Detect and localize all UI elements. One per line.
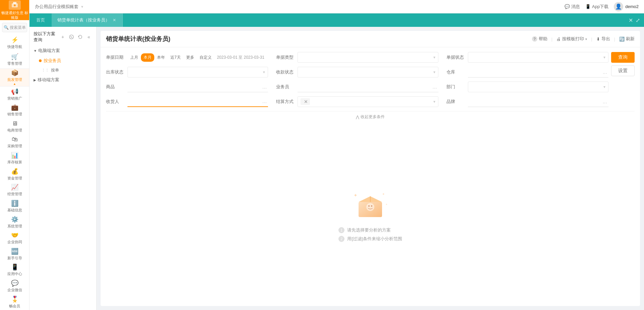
date-btn-this-year[interactable]: 本年 [154,53,168,62]
nav-wechat[interactable]: 💬 企业微信 [0,278,29,294]
edit-scheme-btn[interactable]: ✎ [68,34,75,40]
system-icon: ⚙️ [11,216,18,223]
search-menu-button[interactable]: 🔍 搜索菜单 [2,23,27,32]
add-scheme-btn[interactable]: + [59,34,66,40]
settlement-select[interactable]: ✕ ▾ [298,96,438,107]
app-download-action[interactable]: 📱 App下载 [585,4,608,10]
warehouse-input[interactable]: ... [468,67,608,78]
svg-point-8 [366,203,374,211]
panel-title: 按以下方案查询 [34,31,59,43]
basic-label: 基础信息 [7,208,22,213]
nav-enterprise[interactable]: 🤝 企业协同 [0,230,29,246]
nav-purchase[interactable]: 🛍 采购管理 [0,134,29,150]
tab-bar-expand-btn[interactable]: ⤢ [636,17,640,23]
settings-button[interactable]: 设置 [611,65,635,76]
date-btn-custom[interactable]: 自定义 [197,53,214,62]
svg-point-2 [14,4,16,6]
doc-status-arrow: ▾ [603,55,605,60]
mobile-scheme-header[interactable]: ▶ 移动端方案 [30,75,96,85]
date-btn-this-month[interactable]: 本月 [141,53,154,62]
brand-input[interactable]: ... [468,96,608,107]
breadcrumb-arrow[interactable]: ▾ [81,4,83,9]
refresh-scheme-btn[interactable] [77,34,84,40]
sub-icon: ⋮⋮ [42,68,49,72]
payment-label: 收款状态 [276,69,295,75]
nav-wholesale[interactable]: 📦 批发管理 ▲ [0,69,29,86]
nav-quick-nav[interactable]: ⚡ 快捷导航 [0,35,29,51]
goods-dots[interactable]: ... [262,84,267,90]
inventory-icon: 📊 [11,152,18,159]
active-dot [39,59,42,62]
nav-retail[interactable]: 🛒 零售管理 [0,51,29,68]
tab-close-button[interactable]: ✕ [112,17,117,23]
nav-newuser[interactable]: 🆕 新手引导 [0,246,29,262]
date-btn-last-month[interactable]: 上月 [127,53,141,62]
warehouse-dots[interactable]: ... [603,69,607,75]
nav-sales[interactable]: 💼 销售管理 [0,102,29,118]
filter-area: 单据日期 上月 本月 本年 近7天 更多 自定义 2023-03-01 至 20… [101,47,640,122]
settlement-clear[interactable]: ✕ [304,99,308,104]
app-download-label: App下载 [592,4,608,10]
query-button[interactable]: 查询 [611,52,635,63]
print-label: 按模板打印 [562,36,584,42]
report-actions: ? 帮助 | 🖨 按模板打印 ▾ | ⬇ 导出 [532,36,635,42]
print-action[interactable]: 🖨 按模板打印 ▾ [556,36,587,42]
collapse-panel-btn[interactable]: « [86,34,92,40]
print-arrow: ▾ [585,37,587,41]
hint-num-2: 2 [338,236,344,242]
nav-finance[interactable]: 💰 资金管理 [0,166,29,183]
tab-bar-close-btn[interactable]: ✕ [629,17,633,23]
consignee-dots[interactable]: ... [262,98,267,104]
nav-vip[interactable]: 🎖️ 畅会员 [0,294,29,310]
refresh-action[interactable]: 🔄 刷新 [619,36,635,42]
out-status-select[interactable]: ▾ [127,67,268,78]
report-tab-label: 销货单统计表（按业务员） [57,17,110,23]
tab-report[interactable]: 销货单统计表（按业务员） ✕ [52,13,123,27]
out-status-cell: 出库状态 ▾ [106,67,268,78]
marketing-icon: 📢 [11,88,18,95]
nav-system[interactable]: ⚙️ 系统管理 [0,214,29,230]
quick-nav-label: 快捷导航 [7,44,22,49]
salesman-input[interactable]: ... [298,82,438,92]
doc-type-select[interactable]: ▾ [298,52,438,63]
collapse-icon: ⋀ [356,115,359,119]
desktop-scheme-header[interactable]: ▼ 电脑端方案 [30,46,96,56]
settlement-cell: 结算方式 ✕ ▾ [276,96,438,107]
user-name: demo2 [625,4,639,9]
consignee-input[interactable]: ... [127,96,268,107]
dept-arrow: ▾ [603,85,605,89]
user-avatar: 👤 [614,2,623,11]
help-label: 帮助 [539,36,547,42]
doc-status-select[interactable]: ▾ [468,52,608,63]
divider1: | [551,37,552,42]
nav-ecommerce[interactable]: 🖥 电商管理 [0,118,29,135]
nav-basic[interactable]: ℹ️ 基础信息 [0,198,29,214]
dept-select[interactable]: ▾ [468,82,608,92]
nav-inventory[interactable]: 📊 库存核算 [0,150,29,166]
nav-app[interactable]: 📱 应用中心 [0,262,29,278]
desktop-scheme-group: ▼ 电脑端方案 按业务员 ⋮⋮ 按单 [30,46,96,75]
goods-input[interactable]: ... [127,82,268,92]
export-action[interactable]: ⬇ 导出 [596,36,610,42]
wholesale-icon: 📦 [11,69,18,76]
download-icon: 📱 [585,4,591,9]
nav-operations[interactable]: 📈 经营管理 [0,182,29,198]
payment-status-select[interactable]: ▾ [298,67,438,78]
help-action[interactable]: ? 帮助 [532,36,547,42]
scheme-item-salesman[interactable]: 按业务员 [30,56,96,66]
brand-dots[interactable]: ... [603,99,607,105]
doc-type-label: 单据类型 [276,54,295,60]
nav-marketing[interactable]: 📢 营销推广 [0,87,29,103]
scheme-sub-item-order[interactable]: ⋮⋮ 按单 [39,66,92,75]
ecommerce-icon: 🖥 [12,120,18,127]
user-profile[interactable]: 👤 demo2 [614,2,639,11]
wechat-icon: 💬 [11,279,18,287]
collapse-bar[interactable]: ⋀ 收起更多条件 [106,111,635,122]
salesman-dots[interactable]: ... [432,84,437,90]
date-btn-7days[interactable]: 近7天 [168,53,183,62]
tab-home[interactable]: 首页 [30,13,52,27]
date-btn-more[interactable]: 更多 [183,53,197,62]
message-action[interactable]: 💬 消息 [565,4,580,10]
date-filter-cell: 单据日期 上月 本月 本年 近7天 更多 自定义 2023-03-01 至 20… [106,53,268,62]
vip-icon: 🎖️ [11,296,18,303]
